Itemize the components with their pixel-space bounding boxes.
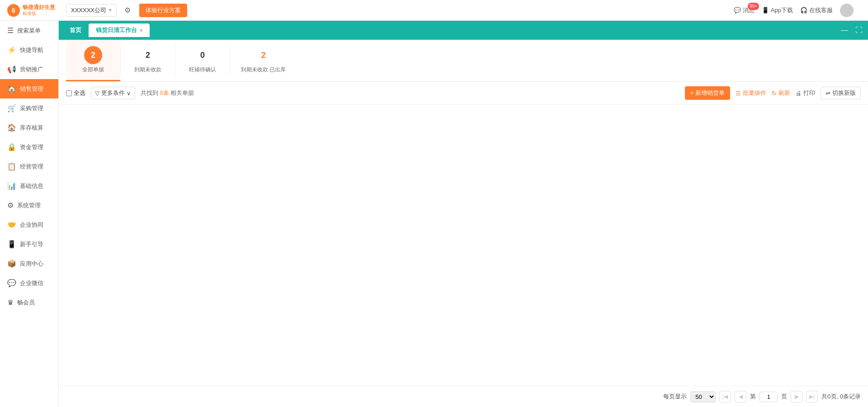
wechat-icon: 💬 bbox=[7, 279, 16, 287]
toolbar-right: + 新增销货单 ☰ 批量操作 ↻ 刷新 🖨 打印 ⇌ 切换新版 bbox=[685, 86, 861, 100]
settings-button[interactable]: ⚙ bbox=[120, 3, 135, 18]
box-icon: 📦 bbox=[7, 259, 16, 268]
chevron-down-icon: ▾ bbox=[109, 7, 112, 13]
gear-icon: ⚙ bbox=[124, 6, 131, 14]
sidebar-item-inventory[interactable]: 🏠 库存核算 bbox=[0, 118, 58, 137]
logo-icon: 6 bbox=[7, 4, 20, 17]
guide-icon: 📱 bbox=[7, 240, 16, 248]
page-number-input[interactable] bbox=[760, 392, 778, 402]
refresh-icon: ↻ bbox=[772, 90, 777, 97]
service-icon: 🎧 bbox=[800, 7, 807, 14]
stat-all[interactable]: 2 全部单据 bbox=[66, 40, 120, 81]
toolbar: 全选 ▽ 更多条件 ∨ 共找到 0条 相关单据 + 新增销货单 ☰ 批量操作 ↻… bbox=[59, 82, 868, 105]
checkbox-input[interactable] bbox=[66, 90, 72, 96]
main-content: 2 全部单据 2 到期未收款 0 旺辅待确认 2 到期未收款 已出库 bbox=[59, 40, 868, 407]
flash-icon: ⚡ bbox=[7, 46, 16, 54]
message-badge: 99+ bbox=[748, 3, 759, 10]
batch-ops-button[interactable]: ☰ 批量操作 bbox=[736, 89, 766, 97]
sidebar-item-system[interactable]: ⚙ 系统管理 bbox=[0, 196, 58, 215]
settings-icon: ⚙ bbox=[7, 201, 14, 210]
batch-icon: ☰ bbox=[736, 90, 741, 97]
stat-shipped[interactable]: 2 到期未收款 已出库 bbox=[230, 40, 297, 81]
logo-area: 6 畅捷通好生意 标准版 bbox=[7, 4, 66, 17]
page-label: 第 bbox=[750, 393, 756, 401]
sidebar-item-search[interactable]: ☰ 搜索菜单 bbox=[0, 21, 58, 40]
total-records: 共0页, 0条记录 bbox=[821, 393, 861, 401]
sidebar-item-marketing[interactable]: 📢 营销推广 bbox=[0, 60, 58, 79]
report-icon: 📋 bbox=[7, 162, 16, 171]
top-header: 6 畅捷通好生意 标准版 XXXXXX公司 ▾ ⚙ 体验行业方案 💬 消息 99… bbox=[0, 0, 868, 21]
print-button[interactable]: 🖨 打印 bbox=[796, 89, 815, 97]
app-download-button[interactable]: 📱 App下载 bbox=[762, 6, 793, 14]
handshake-icon: 🤝 bbox=[7, 220, 16, 229]
message-icon: 💬 bbox=[734, 7, 741, 14]
sidebar-item-purchase[interactable]: 🛒 采购管理 bbox=[0, 98, 58, 118]
first-page-button[interactable]: |◀ bbox=[719, 391, 731, 402]
tab-workbench[interactable]: 钱货日清工作台 × bbox=[89, 23, 150, 37]
message-button[interactable]: 💬 消息 99+ bbox=[734, 6, 755, 14]
table-area bbox=[59, 105, 868, 386]
sales-icon: 🏠 bbox=[7, 84, 16, 93]
logo-text: 畅捷通好生意 标准版 bbox=[23, 4, 55, 16]
table-icon: 📊 bbox=[7, 182, 16, 190]
sidebar-item-enterprise[interactable]: 🤝 企业协同 bbox=[0, 215, 58, 234]
select-all-checkbox[interactable]: 全选 bbox=[66, 89, 85, 97]
filter-button[interactable]: ▽ 更多条件 ∨ bbox=[91, 87, 135, 99]
sidebar-item-finance[interactable]: 🔒 资金管理 bbox=[0, 137, 58, 157]
member-icon: ♛ bbox=[7, 298, 14, 307]
last-page-button[interactable]: ▶| bbox=[806, 391, 818, 402]
stat-wangwang[interactable]: 0 旺辅待确认 bbox=[175, 40, 230, 81]
stat-overdue[interactable]: 2 到期未收款 bbox=[121, 40, 175, 81]
stats-area: 2 全部单据 2 到期未收款 0 旺辅待确认 2 到期未收款 已出库 bbox=[59, 40, 868, 82]
stat-all-number-wrapper: 2 bbox=[84, 46, 102, 64]
megaphone-icon: 📢 bbox=[7, 65, 16, 74]
lock-icon: 🔒 bbox=[7, 143, 16, 151]
switch-icon: ⇌ bbox=[826, 90, 830, 97]
inventory-icon: 🏠 bbox=[7, 123, 16, 132]
sidebar-item-wechat[interactable]: 💬 企业微信 bbox=[0, 273, 58, 293]
filter-icon: ▽ bbox=[95, 90, 99, 97]
sidebar-item-operations[interactable]: 📋 经营管理 bbox=[0, 157, 58, 176]
sidebar-item-guide[interactable]: 📱 新手引导 bbox=[0, 234, 58, 254]
nav-tab-actions: — ⛶ bbox=[839, 24, 864, 36]
header-right: 💬 消息 99+ 📱 App下载 🎧 在线客服 bbox=[734, 4, 861, 17]
add-sale-button[interactable]: + 新增销货单 bbox=[685, 86, 730, 100]
trial-button[interactable]: 体验行业方案 bbox=[139, 4, 187, 17]
sidebar-item-member[interactable]: ♛ 畅会员 bbox=[0, 293, 58, 312]
sidebar-item-quick-nav[interactable]: ⚡ 快捷导航 bbox=[0, 40, 58, 60]
company-selector[interactable]: XXXXXX公司 ▾ bbox=[66, 4, 117, 17]
prev-page-button[interactable]: ◀ bbox=[735, 391, 746, 402]
page-suffix: 页 bbox=[781, 393, 787, 401]
per-page-label: 每页显示 bbox=[663, 393, 687, 401]
switch-version-button[interactable]: ⇌ 切换新版 bbox=[821, 87, 861, 99]
tab-maximize-button[interactable]: ⛶ bbox=[854, 24, 864, 36]
tab-minimize-button[interactable]: — bbox=[839, 24, 850, 36]
found-count: 0条 bbox=[160, 89, 169, 96]
refresh-button[interactable]: ↻ 刷新 bbox=[772, 89, 790, 97]
sidebar-item-sales[interactable]: 🏠 销售管理 bbox=[0, 79, 58, 98]
tab-home[interactable]: 首页 bbox=[62, 23, 89, 37]
next-page-button[interactable]: ▶ bbox=[791, 391, 802, 402]
pagination: 每页显示 50 10 20 100 |◀ ◀ 第 页 ▶ ▶| 共0页, 0条记… bbox=[59, 386, 868, 407]
online-service-button[interactable]: 🎧 在线客服 bbox=[800, 6, 833, 14]
print-icon: 🖨 bbox=[796, 90, 802, 97]
cart-icon: 🛒 bbox=[7, 104, 16, 112]
sidebar-item-app-center[interactable]: 📦 应用中心 bbox=[0, 254, 58, 273]
sidebar: ☰ 搜索菜单 ⚡ 快捷导航 📢 营销推广 🏠 销售管理 🛒 采购管理 🏠 库存核… bbox=[0, 21, 59, 407]
chevron-down-icon: ∨ bbox=[127, 90, 131, 97]
tab-close-icon[interactable]: × bbox=[140, 28, 142, 33]
found-text: 共找到 0条 相关单据 bbox=[141, 89, 194, 97]
download-icon: 📱 bbox=[762, 7, 769, 14]
sidebar-item-basic-info[interactable]: 📊 基础信息 bbox=[0, 176, 58, 196]
search-icon: ☰ bbox=[7, 26, 14, 35]
nav-tabs: 首页 钱货日清工作台 × — ⛶ bbox=[59, 21, 868, 40]
per-page-select[interactable]: 50 10 20 100 bbox=[690, 391, 716, 402]
avatar[interactable] bbox=[840, 4, 854, 17]
